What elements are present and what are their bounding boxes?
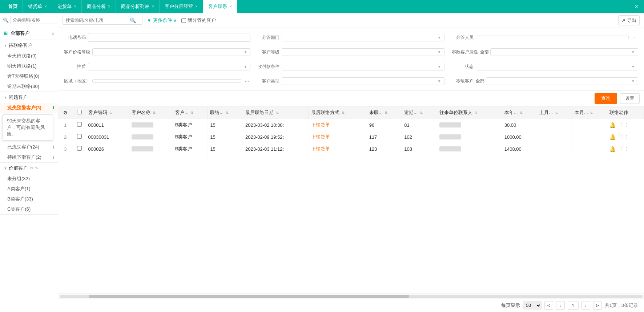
sort-code-icon[interactable]: ⇅ <box>109 111 112 115</box>
pagination-next-button[interactable]: › <box>581 301 590 310</box>
th-last-date: 最后联络日期 ⇅ <box>243 106 309 119</box>
table-row: 2 00030031 B类客户 15 2023-02-09 19:52: 下销货… <box>58 131 644 143</box>
my-customers-checkbox[interactable] <box>181 18 186 23</box>
payment-select[interactable]: ▼ <box>282 63 444 70</box>
close-analysis-list-icon[interactable]: × <box>152 4 154 9</box>
contact-icon[interactable]: 🔔 <box>609 122 616 128</box>
sidebar-item-declining[interactable]: 持续下滑客户(2) ℹ <box>0 152 58 162</box>
person-more-icon[interactable]: ··· <box>631 35 638 40</box>
sidebar-item-today-pending[interactable]: 今天待联络(0) <box>0 51 58 61</box>
customer-type-label: 客户类型 <box>258 78 279 84</box>
sort-contact-icon[interactable]: ⇅ <box>226 111 229 115</box>
nature-select[interactable]: ▼ <box>88 63 250 70</box>
blurred-name <box>132 122 153 127</box>
nav-item-customer-tier[interactable]: 客户分层经营 × <box>160 0 203 13</box>
status-select[interactable]: ▼ <box>476 63 638 70</box>
select-all-checkbox[interactable] <box>77 110 82 114</box>
sidebar-collapse-icon[interactable]: « <box>52 31 54 36</box>
price-level-select[interactable]: ▼ <box>92 48 250 56</box>
cell-checkbox[interactable] <box>73 131 86 143</box>
cell-this-month <box>572 119 607 131</box>
dept-select[interactable]: ▼ <box>282 34 444 41</box>
region-select[interactable] <box>92 79 241 83</box>
close-customer-tier-icon[interactable]: × <box>195 4 198 9</box>
sidebar-search-input[interactable] <box>10 16 58 24</box>
cell-checkbox[interactable] <box>73 119 86 131</box>
contact-icon[interactable]: 🔔 <box>609 146 616 152</box>
settings-gear-icon[interactable]: ⚙ <box>63 110 68 116</box>
value-refresh-icon[interactable]: ↻ <box>30 166 33 171</box>
last-method-link[interactable]: 下销货单 <box>311 122 330 127</box>
sidebar-group-problem-header[interactable]: ▼ 问题客户 <box>0 92 58 103</box>
scatter-prop-select[interactable]: ▼ <box>490 48 638 56</box>
filter-search-input[interactable] <box>66 18 128 23</box>
more-action-icon[interactable]: ⋮⋮ <box>619 122 629 128</box>
sort-type-icon[interactable]: ⇅ <box>190 111 193 115</box>
query-button[interactable]: 查询 <box>595 93 617 104</box>
nav-item-home[interactable]: 首页 <box>3 0 23 13</box>
sidebar-item-week-pending[interactable]: 近7天待联络(0) <box>0 71 58 81</box>
last-method-link[interactable]: 下销货单 <box>311 146 330 151</box>
sort-overdue-icon[interactable]: ⇅ <box>420 111 423 115</box>
sort-date-icon[interactable]: ⇅ <box>276 111 279 115</box>
customer-level-select[interactable]: ▼ <box>282 48 444 56</box>
pagination-prev-button[interactable]: ‹ <box>556 301 565 310</box>
more-action-icon[interactable]: ⋮⋮ <box>619 134 629 140</box>
sidebar-item-type-b[interactable]: B类客户(33) <box>0 194 58 204</box>
sidebar-item-churned[interactable]: 已流失客户(24) ℹ <box>0 142 58 152</box>
phone-input[interactable] <box>88 33 250 42</box>
sidebar-item-type-c[interactable]: C类客户(6) <box>0 204 58 214</box>
blurred-name <box>132 134 153 139</box>
sidebar-item-churn-warn[interactable]: 流失预警客户(3) ℹ <box>0 103 58 113</box>
per-page-select[interactable]: 50 100 200 <box>523 301 542 309</box>
pagination-first-button[interactable]: ⊲ <box>544 301 553 310</box>
sidebar-search-icon[interactable]: 🔍 <box>3 17 9 23</box>
sort-year-icon[interactable]: ⇅ <box>520 111 523 115</box>
export-button[interactable]: ↗ 导出 <box>618 15 640 25</box>
customer-type-select[interactable]: ▼ <box>282 77 444 85</box>
sort-not-icon[interactable]: ⇅ <box>385 111 387 115</box>
nav-item-analysis[interactable]: 商品分析 × <box>82 0 116 13</box>
last-method-link[interactable]: 下销货单 <box>311 134 330 139</box>
nav-item-customer-contact[interactable]: 客户联系 × <box>203 0 237 13</box>
sort-method-icon[interactable]: ⇅ <box>342 111 345 115</box>
settings-button[interactable]: 设置 <box>620 93 640 104</box>
cell-checkbox[interactable] <box>73 143 86 155</box>
cell-overdue: 102 <box>402 131 437 143</box>
filter-search-icon[interactable]: 🔍 <box>130 17 136 23</box>
sidebar-group-pending-header[interactable]: ▼ 待联络客户 <box>0 40 58 51</box>
value-edit-icon[interactable]: ✎ <box>35 166 39 171</box>
person-select[interactable] <box>476 36 629 39</box>
blurred-name <box>132 146 153 151</box>
sort-this-month-icon[interactable]: ⇅ <box>590 111 593 115</box>
sidebar-item-overdue-pending[interactable]: 逾期未联络(30) <box>0 81 58 92</box>
nav-item-sales[interactable]: 销货单 × <box>23 0 52 13</box>
close-customer-contact-icon[interactable]: × <box>229 4 232 9</box>
sidebar-all-customers-header[interactable]: ⊞ 全部客户 « <box>0 27 58 40</box>
more-action-icon[interactable]: ⋮⋮ <box>619 146 629 152</box>
region-more-icon[interactable]: ··· <box>243 78 251 84</box>
scatter-select[interactable]: ▼ <box>486 77 638 85</box>
row-checkbox[interactable] <box>77 134 82 139</box>
sidebar-item-type-a[interactable]: A类客户(1) <box>0 184 58 194</box>
contact-icon[interactable]: 🔔 <box>609 134 616 140</box>
sidebar-item-tomorrow-pending[interactable]: 明天待联络(1) <box>0 61 58 71</box>
sidebar-group-value-header[interactable]: ▼ 价值客户 ↻ ✎ <box>0 163 58 174</box>
close-purchase-icon[interactable]: × <box>74 4 76 9</box>
nav-item-purchase[interactable]: 进货单 × <box>52 0 82 13</box>
sort-person-icon[interactable]: ⇅ <box>474 111 477 115</box>
my-customers-filter[interactable]: 我分管的客户 <box>181 17 216 24</box>
sidebar-item-ungrouped[interactable]: 未分组(32) <box>0 174 58 184</box>
more-conditions-button[interactable]: ▼ 更多条件 ∧ <box>147 17 177 24</box>
window-close-button[interactable]: × <box>632 3 641 10</box>
nav-item-analysis-list[interactable]: 商品分析列表 × <box>116 0 160 13</box>
sort-last-month-icon[interactable]: ⇅ <box>555 111 558 115</box>
close-analysis-icon[interactable]: × <box>108 4 110 9</box>
close-sales-icon[interactable]: × <box>44 4 47 9</box>
scroll-thumb[interactable] <box>89 295 409 298</box>
horizontal-scrollbar[interactable] <box>58 293 644 299</box>
pagination-last-button[interactable]: ⊳ <box>593 301 602 310</box>
row-checkbox[interactable] <box>77 122 82 127</box>
sort-name-icon[interactable]: ⇅ <box>153 111 156 115</box>
row-checkbox[interactable] <box>77 146 82 151</box>
